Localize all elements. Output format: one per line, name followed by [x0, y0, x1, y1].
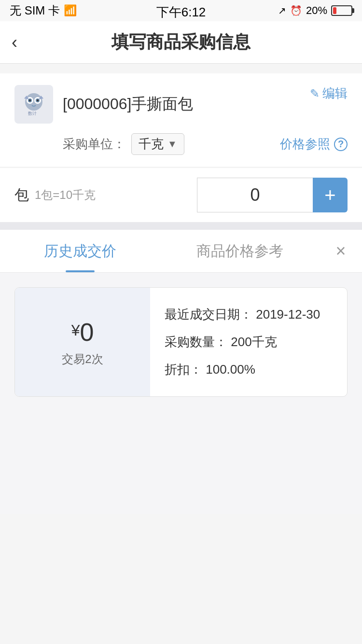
history-price-section: ¥ 0 交易2次: [15, 288, 150, 396]
battery-icon: [331, 5, 352, 16]
back-button[interactable]: ‹: [12, 32, 17, 53]
recent-date-value: 2019-12-30: [256, 307, 320, 322]
recent-date-label: 最近成交日期：: [165, 307, 252, 322]
status-time: 下午6:12: [156, 4, 206, 21]
battery-body: [331, 5, 352, 16]
price-ref-label: 价格参照: [280, 136, 330, 153]
quantity-value: 200千克: [231, 335, 277, 349]
quantity-unit: 包 1包=10千克: [14, 185, 96, 205]
tab-active-indicator: [66, 270, 95, 272]
product-logo: 数计: [19, 90, 48, 119]
price-value: 0: [80, 318, 94, 347]
product-unit-row: 采购单位： 千克 ▼ 价格参照 ?: [14, 133, 348, 155]
edit-icon: ✎: [310, 87, 320, 100]
close-icon: ×: [335, 241, 346, 261]
status-right: ↗ ⏰ 20%: [278, 4, 352, 17]
product-name: [0000006]手撕面包: [63, 94, 193, 114]
plus-icon: +: [324, 184, 335, 206]
battery-fill: [333, 7, 336, 14]
product-card: 数计 [0000006]手撕面包 ✎ 编辑 采购单位： 千克 ▼ 价格参照 ?: [0, 73, 362, 167]
history-details-section: 最近成交日期： 2019-12-30 采购数量： 200千克 折扣： 100.0…: [150, 288, 347, 396]
svg-point-6: [37, 99, 39, 101]
quantity-input[interactable]: [197, 178, 313, 212]
tab-history-label: 历史成交价: [44, 241, 116, 261]
history-recent-date: 最近成交日期： 2019-12-30: [165, 305, 333, 324]
tabs-close-button[interactable]: ×: [320, 230, 362, 272]
wifi-icon: 📶: [64, 4, 77, 17]
quantity-unit-hint: 1包=10千克: [35, 187, 96, 203]
product-thumbnail: 数计: [14, 85, 53, 124]
status-carrier: 无 SIM 卡 📶: [10, 3, 77, 18]
discount-label: 折扣：: [165, 362, 202, 377]
history-price-display: ¥ 0: [71, 318, 94, 347]
tabs-container: 历史成交价 商品价格参考 ×: [0, 230, 362, 273]
section-separator: [0, 222, 362, 230]
history-card: ¥ 0 交易2次 最近成交日期： 2019-12-30 采购数量： 200千克 …: [14, 287, 348, 397]
discount-value: 100.00%: [206, 362, 255, 377]
quantity-unit-label: 包: [14, 185, 29, 205]
unit-value: 千克: [139, 136, 164, 153]
quantity-plus-button[interactable]: +: [313, 178, 348, 212]
product-header: 数计 [0000006]手撕面包 ✎ 编辑: [14, 85, 348, 124]
quantity-label: 采购数量：: [165, 335, 227, 349]
currency-symbol: ¥: [71, 322, 80, 339]
tab-product-price-ref[interactable]: 商品价格参考: [160, 230, 320, 272]
battery-percent: 20%: [306, 4, 327, 17]
page-title: 填写商品采购信息: [111, 30, 251, 54]
location-icon: ↗: [278, 5, 286, 16]
quantity-row: 包 1包=10千克 +: [0, 168, 362, 222]
status-bar: 无 SIM 卡 📶 下午6:12 ↗ ⏰ 20%: [0, 0, 362, 21]
svg-point-5: [29, 99, 31, 101]
dropdown-arrow-icon: ▼: [167, 139, 177, 150]
history-content: ¥ 0 交易2次 最近成交日期： 2019-12-30 采购数量： 200千克 …: [0, 273, 362, 514]
alarm-icon: ⏰: [290, 5, 302, 16]
question-icon: ?: [334, 138, 348, 151]
edit-button[interactable]: ✎ 编辑: [310, 85, 348, 102]
history-quantity: 采购数量： 200千克: [165, 333, 333, 351]
history-trades-count: 交易2次: [62, 351, 103, 367]
tab-price-ref-label: 商品价格参考: [196, 241, 283, 261]
carrier-text: 无 SIM 卡: [10, 3, 60, 18]
edit-label: 编辑: [322, 85, 348, 102]
product-left: 数计 [0000006]手撕面包: [14, 85, 193, 124]
price-ref-button[interactable]: 价格参照 ?: [280, 136, 348, 153]
history-discount: 折扣： 100.00%: [165, 360, 333, 379]
nav-bar: ‹ 填写商品采购信息: [0, 21, 362, 64]
quantity-input-group: +: [197, 178, 348, 212]
unit-label: 采购单位：: [63, 136, 125, 153]
unit-select[interactable]: 千克 ▼: [131, 133, 184, 155]
tab-history-price[interactable]: 历史成交价: [0, 230, 160, 272]
svg-text:数计: 数计: [28, 111, 37, 116]
